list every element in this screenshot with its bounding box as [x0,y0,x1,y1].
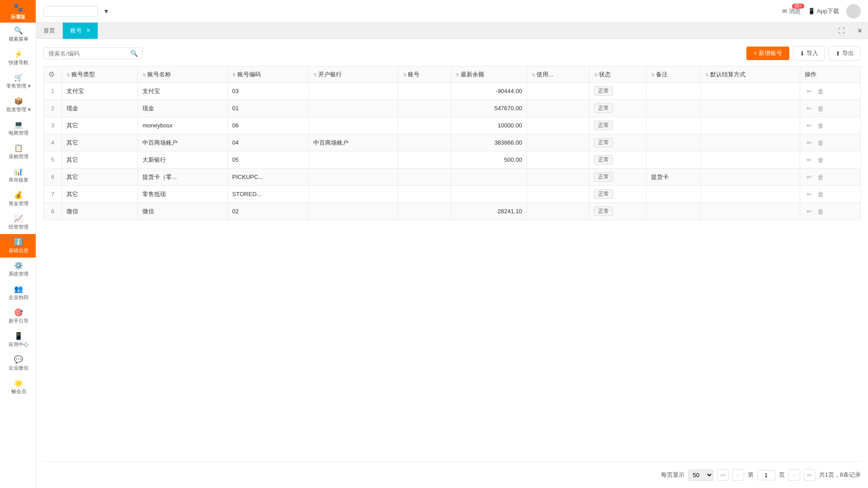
messages-button[interactable]: ✉ 消息 99+ [782,7,801,15]
cell-type-4: 其它 [62,151,138,169]
app-download-button[interactable]: 📱 App下载 [808,7,839,15]
page-size-select[interactable]: 50 100 200 [688,469,713,481]
sidebar-icon-3: 📦 [14,97,23,105]
sidebar-item-15[interactable]: 🌟畅会员 [0,375,36,399]
cell-name-4: 大新银行 [138,151,227,169]
cell-action-7: ✏ 🗑 [800,203,861,220]
cell-code-3: 04 [227,134,309,151]
cell-default-payment-4 [701,151,800,169]
status-badge: 正常 [594,121,613,130]
delete-button-3[interactable]: 🗑 [816,138,826,147]
edit-button-2[interactable]: ✏ [805,121,814,130]
cell-no-0: 1 [44,83,62,100]
search-box[interactable]: 🔍 [43,47,143,59]
close-tab-button[interactable]: ✕ [852,23,868,39]
sidebar-item-13[interactable]: 📱应用中心 [0,328,36,352]
edit-button-7[interactable]: ✏ [805,207,814,216]
dropdown-button[interactable]: ▼ [103,8,109,15]
import-button[interactable]: ⬇ 导入 [793,46,825,61]
top-search-input[interactable] [43,6,98,17]
cell-no-1: 2 [44,100,62,117]
sidebar-item-9[interactable]: ℹ️基础信息 [0,234,36,258]
sidebar-icon-8: 📈 [14,214,23,223]
cell-account-1 [398,100,451,117]
delete-button-6[interactable]: 🗑 [816,190,826,199]
cell-no-6: 7 [44,186,62,203]
edit-button-5[interactable]: ✏ [805,173,814,182]
col-default-payment: ⇅默认结算方式 [701,66,800,83]
tab-close-icon[interactable]: ✕ [86,28,90,33]
sidebar-icon-14: 💬 [14,355,23,364]
cell-status-7: 正常 [589,203,646,220]
search-input[interactable] [48,50,130,57]
sidebar-item-12[interactable]: 🎯新手引导 [0,305,36,328]
add-label: + 新增账号 [754,49,782,57]
settings-icon[interactable]: ⚙ [48,70,55,78]
sidebar-item-2[interactable]: 🛒零售管理 ▾ [0,70,36,93]
cell-usage-0 [527,83,589,100]
tab-account[interactable]: 账号 ✕ [63,23,98,39]
cell-action-5: ✏ 🗑 [800,169,861,186]
table-row: 6 其它 提货卡（零... PICKUPC... 正常 提货卡 ✏ 🗑 [44,169,861,186]
cell-account-6 [398,186,451,203]
delete-button-2[interactable]: 🗑 [816,121,826,130]
sidebar-label-4: 电商管理 [9,130,28,136]
delete-button-5[interactable]: 🗑 [816,173,826,182]
delete-button-0[interactable]: 🗑 [816,87,826,96]
delete-button-1[interactable]: 🗑 [816,104,826,113]
page-first-button[interactable]: ⏮ [717,469,729,481]
sidebar-item-1[interactable]: ⚡快捷导航 [0,46,36,70]
tab-home[interactable]: 首页 [36,23,63,39]
add-account-button[interactable]: + 新增账号 [746,47,789,60]
sidebar-item-0[interactable]: 🔍搜索菜单 [0,23,36,46]
cell-type-3: 其它 [62,134,138,151]
page-prev-button[interactable]: ‹ [732,469,744,481]
page-last-button[interactable]: ⏭ [804,469,816,481]
sidebar-item-7[interactable]: 💰资金管理 [0,187,36,211]
cell-account-4 [398,151,451,169]
edit-button-1[interactable]: ✏ [805,104,814,113]
edit-button-4[interactable]: ✏ [805,155,814,164]
cell-action-1: ✏ 🗑 [800,100,861,117]
sidebar-item-4[interactable]: 💻电商管理 [0,117,36,140]
cell-status-1: 正常 [589,100,646,117]
table-row: 1 支付宝 支付宝 03 -90444.00 正常 ✏ 🗑 [44,83,861,100]
cell-default-payment-5 [701,169,800,186]
sidebar-item-6[interactable]: 📊库存核算 [0,164,36,187]
cell-code-5: PICKUPC... [227,169,309,186]
sidebar-label-1: 快捷导航 [9,59,28,66]
top-header: ▼ ✉ 消息 99+ 📱 App下载 [36,0,868,23]
sidebar-item-11[interactable]: 👥企业协同 [0,281,36,305]
edit-button-3[interactable]: ✏ [805,138,814,147]
cell-balance-3: 383866.00 [451,134,527,151]
sidebar-icon-2: 🛒 [14,73,23,82]
status-badge: 正常 [594,189,613,199]
user-avatar[interactable] [846,4,861,19]
header-right: ✉ 消息 99+ 📱 App下载 [782,4,861,19]
search-icon: 🔍 [130,50,138,57]
cell-no-2: 3 [44,117,62,134]
delete-button-4[interactable]: 🗑 [816,155,826,164]
cell-no-4: 5 [44,151,62,169]
edit-button-6[interactable]: ✏ [805,190,814,199]
page-input[interactable] [757,470,775,480]
fullscreen-icon: ⛶ [838,27,844,34]
sidebar-icon-10: ⚙️ [14,261,23,270]
cell-action-6: ✏ 🗑 [800,186,861,203]
sidebar-item-3[interactable]: 📦批发管理 ▾ [0,93,36,117]
delete-button-7[interactable]: 🗑 [816,207,826,216]
sidebar-item-10[interactable]: ⚙️系统管理 [0,258,36,281]
cell-balance-7: 28241.10 [451,203,527,220]
tab-fullscreen-button[interactable]: ⛶ [833,23,850,39]
export-button[interactable]: ⬆ 导出 [829,46,861,61]
sidebar-item-14[interactable]: 💬企业微信 [0,352,36,375]
sidebar-item-5[interactable]: 📋采购管理 [0,140,36,164]
page-next-button[interactable]: › [788,469,800,481]
col-settings[interactable]: ⚙ [44,66,62,83]
edit-button-0[interactable]: ✏ [805,87,814,96]
col-remark: ⇅备注 [646,66,700,83]
sidebar-item-8[interactable]: 📈经营管理 [0,211,36,234]
cell-code-4: 05 [227,151,309,169]
sidebar-icon-0: 🔍 [14,26,23,35]
sidebar-label-15: 畅会员 [11,388,26,395]
